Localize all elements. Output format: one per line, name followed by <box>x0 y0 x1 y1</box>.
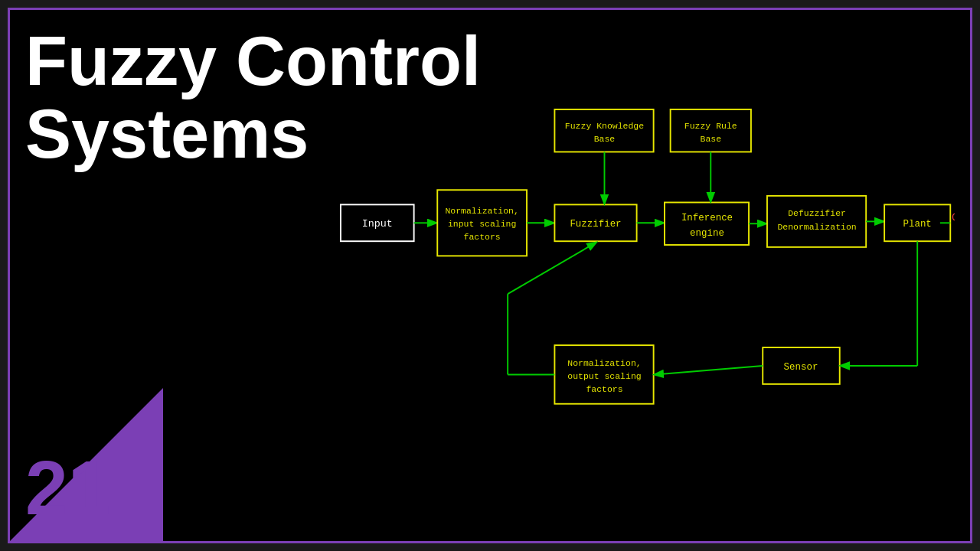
svg-text:Base: Base <box>701 134 722 144</box>
svg-rect-19 <box>884 204 950 241</box>
title-text: Fuzzy Control Systems <box>25 25 481 170</box>
title-line2: Systems <box>25 98 481 171</box>
svg-rect-35 <box>763 347 839 384</box>
svg-text:factors: factors <box>586 384 622 394</box>
svg-rect-26 <box>671 109 751 152</box>
svg-text:engine: engine <box>690 228 724 239</box>
svg-text:output scaling: output scaling <box>567 371 641 381</box>
svg-text:Fuzzy Knowledge: Fuzzy Knowledge <box>565 121 644 131</box>
svg-text:Sensor: Sensor <box>784 362 818 373</box>
svg-text:input scaling: input scaling <box>448 219 516 229</box>
svg-rect-3 <box>437 190 527 256</box>
svg-rect-15 <box>767 196 866 247</box>
svg-rect-23 <box>554 109 653 152</box>
svg-text:Normalization,: Normalization, <box>567 358 641 368</box>
svg-text:Fuzzy Rule: Fuzzy Rule <box>684 121 737 131</box>
title-line1: Fuzzy Control <box>25 25 481 98</box>
svg-text:Plant: Plant <box>903 219 932 230</box>
svg-text:factors: factors <box>464 232 501 242</box>
svg-rect-11 <box>665 203 749 246</box>
svg-rect-31 <box>554 345 653 404</box>
svg-line-39 <box>655 366 763 374</box>
episode-number: 21 <box>25 449 110 526</box>
svg-text:Fuzzifier: Fuzzifier <box>570 219 621 230</box>
svg-text:Base: Base <box>594 134 616 144</box>
svg-text:Denormalization: Denormalization <box>777 222 856 232</box>
svg-rect-8 <box>554 204 636 241</box>
svg-text:Defuzzifier: Defuzzifier <box>788 208 846 218</box>
svg-text:Normalization,: Normalization, <box>445 206 518 216</box>
svg-text:Input: Input <box>362 218 393 230</box>
svg-text:Inference: Inference <box>681 213 733 223</box>
svg-rect-0 <box>341 204 414 241</box>
main-frame: Fuzzy Control Systems Input Normalizatio… <box>8 8 972 543</box>
svg-line-42 <box>508 243 596 294</box>
svg-text:Output: Output <box>952 213 955 223</box>
